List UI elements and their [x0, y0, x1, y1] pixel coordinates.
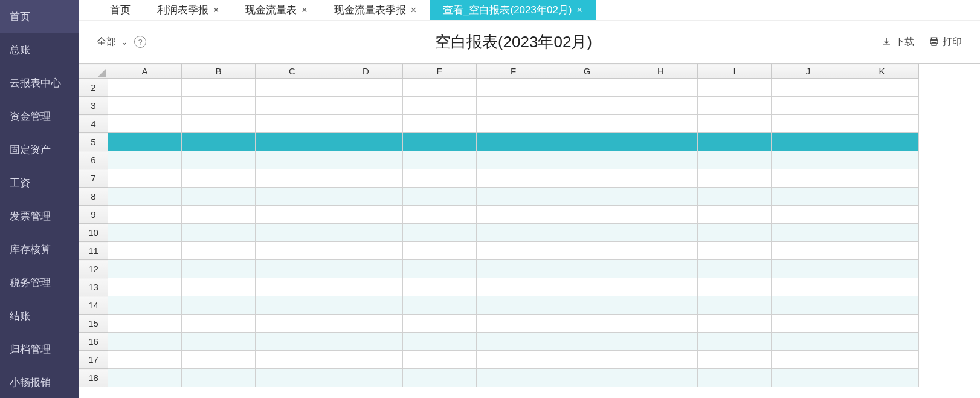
cell-E2[interactable]	[403, 79, 477, 97]
help-icon[interactable]: ?	[134, 36, 146, 48]
cell-J5[interactable]	[772, 133, 845, 151]
cell-A4[interactable]	[108, 115, 182, 133]
cell-F10[interactable]	[477, 224, 550, 242]
cell-D3[interactable]	[329, 97, 403, 115]
cell-I10[interactable]	[698, 224, 772, 242]
cell-A10[interactable]	[108, 224, 182, 242]
cell-J3[interactable]	[772, 97, 845, 115]
cell-G3[interactable]	[550, 97, 624, 115]
cell-F2[interactable]	[477, 79, 550, 97]
filter-dropdown[interactable]: 全部 ⌄	[97, 36, 128, 48]
row-header-15[interactable]: 15	[79, 315, 108, 333]
cell-A11[interactable]	[108, 242, 182, 260]
column-header-B[interactable]: B	[182, 64, 256, 79]
cell-E11[interactable]	[403, 242, 477, 260]
cell-A9[interactable]	[108, 206, 182, 224]
close-icon[interactable]: ×	[301, 5, 307, 16]
cell-K11[interactable]	[845, 242, 919, 260]
cell-B17[interactable]	[182, 351, 256, 369]
cell-K17[interactable]	[845, 351, 919, 369]
cell-C7[interactable]	[256, 169, 329, 188]
cell-I7[interactable]	[698, 169, 772, 188]
cell-F12[interactable]	[477, 260, 550, 278]
row-header-13[interactable]: 13	[79, 278, 108, 296]
cell-J4[interactable]	[772, 115, 845, 133]
cell-E15[interactable]	[403, 315, 477, 333]
cell-K5[interactable]	[845, 133, 919, 151]
sidebar-item-0[interactable]: 首页	[0, 0, 79, 33]
cell-E3[interactable]	[403, 97, 477, 115]
cell-A13[interactable]	[108, 278, 182, 296]
cell-J12[interactable]	[772, 260, 845, 278]
cell-D12[interactable]	[329, 260, 403, 278]
cell-D6[interactable]	[329, 151, 403, 169]
cell-C4[interactable]	[256, 115, 329, 133]
sidebar-item-10[interactable]: 归档管理	[0, 333, 79, 366]
cell-E17[interactable]	[403, 351, 477, 369]
cell-C2[interactable]	[256, 79, 329, 97]
cell-C3[interactable]	[256, 97, 329, 115]
cell-G12[interactable]	[550, 260, 624, 278]
cell-F14[interactable]	[477, 296, 550, 315]
sidebar-item-9[interactable]: 结账	[0, 299, 79, 333]
cell-C16[interactable]	[256, 333, 329, 351]
cell-I5[interactable]	[698, 133, 772, 151]
row-header-12[interactable]: 12	[79, 260, 108, 278]
cell-K18[interactable]	[845, 369, 919, 387]
cell-C11[interactable]	[256, 242, 329, 260]
cell-D4[interactable]	[329, 115, 403, 133]
cell-H5[interactable]	[624, 133, 698, 151]
sidebar-item-11[interactable]: 小畅报销	[0, 366, 79, 398]
cell-E5[interactable]	[403, 133, 477, 151]
cell-E9[interactable]	[403, 206, 477, 224]
cell-F16[interactable]	[477, 333, 550, 351]
cell-J10[interactable]	[772, 224, 845, 242]
row-header-10[interactable]: 10	[79, 224, 108, 242]
cell-C17[interactable]	[256, 351, 329, 369]
print-button[interactable]: 打印	[929, 36, 962, 48]
cell-I11[interactable]	[698, 242, 772, 260]
cell-K7[interactable]	[845, 169, 919, 188]
cell-E13[interactable]	[403, 278, 477, 296]
cell-B3[interactable]	[182, 97, 256, 115]
sidebar-item-7[interactable]: 库存核算	[0, 233, 79, 266]
cell-F11[interactable]	[477, 242, 550, 260]
column-header-I[interactable]: I	[698, 64, 772, 79]
close-icon[interactable]: ×	[577, 5, 582, 16]
cell-D9[interactable]	[329, 206, 403, 224]
cell-J18[interactable]	[772, 369, 845, 387]
cell-B2[interactable]	[182, 79, 256, 97]
cell-D16[interactable]	[329, 333, 403, 351]
cell-H10[interactable]	[624, 224, 698, 242]
cell-I17[interactable]	[698, 351, 772, 369]
cell-E7[interactable]	[403, 169, 477, 188]
cell-B16[interactable]	[182, 333, 256, 351]
cell-I3[interactable]	[698, 97, 772, 115]
cell-B10[interactable]	[182, 224, 256, 242]
cell-G7[interactable]	[550, 169, 624, 188]
cell-K9[interactable]	[845, 206, 919, 224]
cell-G15[interactable]	[550, 315, 624, 333]
row-header-18[interactable]: 18	[79, 369, 108, 387]
cell-C10[interactable]	[256, 224, 329, 242]
cell-G13[interactable]	[550, 278, 624, 296]
cell-F17[interactable]	[477, 351, 550, 369]
cell-B11[interactable]	[182, 242, 256, 260]
cell-A18[interactable]	[108, 369, 182, 387]
cell-G11[interactable]	[550, 242, 624, 260]
cell-G17[interactable]	[550, 351, 624, 369]
cell-G18[interactable]	[550, 369, 624, 387]
cell-A5[interactable]	[108, 133, 182, 151]
cell-J7[interactable]	[772, 169, 845, 188]
cell-A16[interactable]	[108, 333, 182, 351]
spreadsheet-container[interactable]: ABCDEFGHIJK23456789101112131415161718	[79, 63, 980, 398]
column-header-J[interactable]: J	[772, 64, 845, 79]
row-header-9[interactable]: 9	[79, 206, 108, 224]
cell-C12[interactable]	[256, 260, 329, 278]
cell-E4[interactable]	[403, 115, 477, 133]
column-header-D[interactable]: D	[329, 64, 403, 79]
cell-B4[interactable]	[182, 115, 256, 133]
cell-D5[interactable]	[329, 133, 403, 151]
cell-F9[interactable]	[477, 206, 550, 224]
cell-K8[interactable]	[845, 188, 919, 206]
